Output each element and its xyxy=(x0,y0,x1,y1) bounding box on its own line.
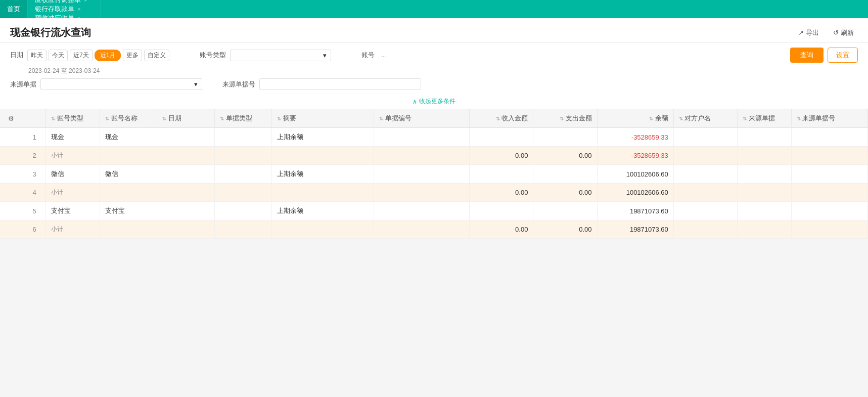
nav-tab[interactable]: 应收应付调整单× xyxy=(28,0,101,5)
sort-expense-icon[interactable]: ⇅ xyxy=(560,116,564,121)
date-shortcut-btn[interactable]: 今天 xyxy=(49,50,68,61)
col-income-header: ⇅ 收入金额 xyxy=(470,109,533,128)
sort-acct-name-icon[interactable]: ⇅ xyxy=(105,116,109,121)
col-counterparty-label: 对方户名 xyxy=(684,114,711,122)
sort-summary-icon[interactable]: ⇅ xyxy=(277,116,281,121)
row-bill-type xyxy=(214,184,271,202)
col-no-header xyxy=(23,109,45,128)
row-gear xyxy=(0,220,23,239)
row-date xyxy=(157,202,214,220)
collapse-bar[interactable]: ∧ 收起更多条件 xyxy=(10,94,858,109)
sort-acct-type-icon[interactable]: ⇅ xyxy=(51,116,55,121)
acct-type-filter: 账号类型 ▾ xyxy=(200,50,331,61)
row-acct-type: 支付宝 xyxy=(46,202,100,220)
date-shortcuts: 昨天今天近7天近1月更多自定义 xyxy=(27,50,169,61)
date-filter-label: 日期 xyxy=(10,51,23,60)
row-bill-type xyxy=(214,128,271,147)
row-no: 3 xyxy=(23,165,45,184)
nav-tab[interactable]: 银行存取款单× xyxy=(28,5,101,14)
row-source-bill-no xyxy=(791,220,867,239)
table-row: 3 微信 微信 上期余额 100102606.60 xyxy=(0,165,868,184)
row-date xyxy=(157,184,214,202)
refresh-button[interactable]: ↺ 刷新 xyxy=(829,26,858,39)
source-bill-no-input[interactable] xyxy=(259,78,421,90)
sort-bill-no-icon[interactable]: ⇅ xyxy=(379,116,383,121)
row-gear xyxy=(0,165,23,184)
settings-button[interactable]: 设置 xyxy=(828,48,858,63)
row-summary xyxy=(272,220,374,239)
row-counterparty xyxy=(673,128,737,147)
row-acct-name: 微信 xyxy=(100,165,157,184)
close-icon[interactable]: × xyxy=(77,6,80,12)
date-shortcut-btn[interactable]: 自定义 xyxy=(144,50,169,61)
row-expense: 0.00 xyxy=(533,147,597,165)
row-summary: 上期余额 xyxy=(272,128,374,147)
date-shortcut-btn[interactable]: 更多 xyxy=(123,50,142,61)
row-gear xyxy=(0,202,23,220)
row-income: 0.00 xyxy=(470,184,533,202)
row-no: 6 xyxy=(23,220,45,239)
row-counterparty xyxy=(673,220,737,239)
gear-icon[interactable]: ⚙ xyxy=(8,115,14,122)
acct-type-select[interactable]: ▾ xyxy=(230,50,331,61)
filter-row-2: 来源单据 ▾ 来源单据号 xyxy=(10,78,858,90)
export-icon: ↗ xyxy=(798,29,804,36)
row-source-bill xyxy=(737,220,791,239)
col-date-header: ⇅ 日期 xyxy=(157,109,214,128)
sort-date-icon[interactable]: ⇅ xyxy=(162,116,166,121)
row-source-bill-no xyxy=(791,184,867,202)
row-date xyxy=(157,220,214,239)
col-balance-label: 余额 xyxy=(655,114,668,122)
row-balance: 19871073.60 xyxy=(597,202,673,220)
chevron-down-icon: ▾ xyxy=(323,52,327,59)
row-gear xyxy=(0,184,23,202)
sort-source-bill-no-icon[interactable]: ⇅ xyxy=(797,116,801,121)
col-source-bill-no-header: ⇅ 来源单据号 xyxy=(791,109,867,128)
col-gear-header: ⚙ xyxy=(0,109,23,128)
sort-counterparty-icon[interactable]: ⇅ xyxy=(679,116,683,121)
refresh-label: 刷新 xyxy=(841,28,854,37)
close-icon[interactable]: × xyxy=(77,15,80,18)
sort-bill-type-icon[interactable]: ⇅ xyxy=(220,116,224,121)
close-icon[interactable]: × xyxy=(84,0,87,3)
export-label: 导出 xyxy=(806,28,819,37)
col-expense-label: 支出金额 xyxy=(566,114,592,122)
row-acct-type: 小计 xyxy=(46,220,100,239)
sort-source-bill-icon[interactable]: ⇅ xyxy=(743,116,747,121)
date-range-display: 2023-02-24 至 2023-03-24 xyxy=(26,67,858,75)
nav-tabs: 收款单×付款单×其他收入单×应收应付调整单×银行存取款单×预收冲应收单×收款核销… xyxy=(28,0,101,18)
nav-tab[interactable]: 预收冲应收单× xyxy=(28,14,101,18)
sort-income-icon[interactable]: ⇅ xyxy=(496,116,500,121)
row-expense xyxy=(533,128,597,147)
row-source-bill xyxy=(737,184,791,202)
row-acct-name xyxy=(100,184,157,202)
main-table: ⚙ ⇅ 账号类型 ⇅ 账号名称 ⇅ 日期 ⇅ 单据类型 xyxy=(0,109,868,239)
date-shortcut-btn[interactable]: 昨天 xyxy=(27,50,47,61)
row-income xyxy=(470,202,533,220)
acct-no-label: 账号 xyxy=(361,51,375,60)
row-bill-type xyxy=(214,147,271,165)
row-summary xyxy=(272,147,374,165)
page-header: 现金银行流水查询 ↗ 导出 ↺ 刷新 xyxy=(0,18,868,42)
nav-home[interactable]: 首页 xyxy=(0,0,28,18)
row-no: 5 xyxy=(23,202,45,220)
nav-home-label: 首页 xyxy=(7,5,20,14)
col-source-bill-no-label: 来源单据号 xyxy=(802,114,835,122)
sort-balance-icon[interactable]: ⇅ xyxy=(649,116,653,121)
col-expense-header: ⇅ 支出金额 xyxy=(533,109,597,128)
action-buttons: 查询 设置 xyxy=(790,48,858,63)
more-button[interactable]: ... xyxy=(379,51,388,60)
row-bill-no xyxy=(374,220,470,239)
table-row: 2 小计 0.00 0.00 -3528659.33 xyxy=(0,147,868,165)
date-range-text: 2023-02-24 至 2023-03-24 xyxy=(28,67,100,74)
source-bill-select[interactable]: ▾ xyxy=(40,78,202,90)
export-button[interactable]: ↗ 导出 xyxy=(794,26,823,39)
date-shortcut-btn[interactable]: 近1月 xyxy=(95,50,121,61)
col-source-bill-label: 来源单据 xyxy=(749,114,775,122)
row-no: 4 xyxy=(23,184,45,202)
row-income xyxy=(470,165,533,184)
tab-label: 预收冲应收单 xyxy=(35,14,74,18)
date-shortcut-btn[interactable]: 近7天 xyxy=(70,50,93,61)
table-row: 4 小计 0.00 0.00 100102606.60 xyxy=(0,184,868,202)
query-button[interactable]: 查询 xyxy=(790,48,824,63)
